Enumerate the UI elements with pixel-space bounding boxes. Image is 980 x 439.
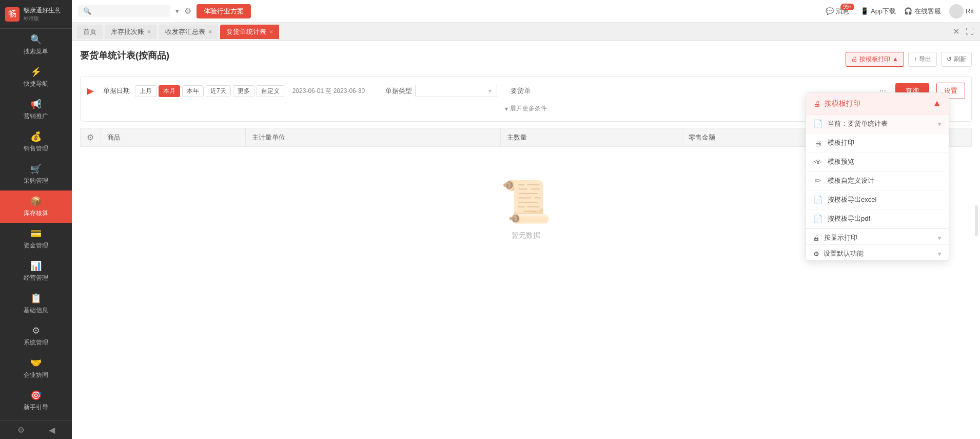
tab-home[interactable]: 首页: [77, 25, 103, 39]
refresh-icon: ↺: [947, 55, 952, 63]
template-custom-label: 模板自定义设计: [828, 176, 942, 185]
sidebar-item-enterprise[interactable]: 🤝 企业协同: [0, 352, 72, 385]
date-btn-more[interactable]: 更多: [233, 85, 254, 97]
user-name: Rit: [966, 7, 974, 15]
sidebar-item-operations[interactable]: 📊 经营管理: [0, 255, 72, 288]
scrollbar-thumb: [975, 205, 978, 236]
current-template-label: 当前：要货单统计表: [828, 119, 933, 128]
sidebar-item-guide[interactable]: 🎯 新手引导: [0, 385, 72, 417]
trial-btn[interactable]: 体验行业方案: [197, 4, 251, 18]
sidebar-nav: 🔍 搜索菜单 ⚡ 快捷导航 📢 营销推广 💰 销售管理 🛒 采购管理 📦 库存核…: [0, 29, 72, 421]
tabbar-controls: ✕ ⛶: [952, 26, 975, 37]
guide-icon: 🎯: [30, 390, 42, 401]
topbar-search-input[interactable]: [94, 8, 161, 15]
tab-inventory-batch-close[interactable]: ×: [147, 28, 151, 35]
user-avatar-btn[interactable]: Rit: [949, 4, 974, 18]
sidebar-item-finance[interactable]: 💳 资金管理: [0, 223, 72, 255]
current-template-icon: 📄: [813, 119, 822, 128]
export-btn[interactable]: ↑ 导出: [908, 52, 937, 67]
tab-order-stats[interactable]: 要货单统计表 ×: [220, 25, 279, 39]
sidebar-item-marketing[interactable]: 📢 营销推广: [0, 93, 72, 126]
print-dropdown-template-print[interactable]: 🖨 模板打印: [806, 133, 949, 152]
sidebar-bottom: ⚙ ◀: [0, 421, 72, 439]
type-filter-dropdown[interactable]: ▾: [415, 85, 497, 97]
table-col-settings: ⚙: [81, 128, 101, 147]
sidebar-item-quick-nav[interactable]: ⚡ 快捷导航: [0, 61, 72, 93]
tab-close-all-btn[interactable]: ✕: [952, 26, 961, 37]
print-dropdown-template-custom[interactable]: ✏ 模板自定义设计: [806, 171, 949, 190]
sidebar-item-search[interactable]: 🔍 搜索菜单: [0, 29, 72, 61]
online-service-btn[interactable]: 🎧 在线客服: [904, 7, 941, 16]
print-dropdown-header: 🖨 按模板打印 ▲: [806, 93, 949, 114]
sidebar-item-marketing-label: 营销推广: [24, 112, 48, 121]
topbar-gear-icon[interactable]: ⚙: [184, 6, 191, 16]
search-nav-icon: 🔍: [30, 34, 42, 45]
display-print-icon: 🖨: [813, 234, 820, 242]
messages-badge: 99+: [840, 4, 854, 10]
date-btn-current-month[interactable]: 本月: [159, 85, 180, 97]
topbar-dropdown-arrow[interactable]: ▾: [175, 7, 179, 15]
filter-collapse-icon[interactable]: ▶: [87, 85, 94, 97]
tab-collection-summary-close[interactable]: ×: [208, 28, 212, 35]
type-filter-container: 单据类型 ▾: [385, 85, 497, 97]
tab-inventory-batch[interactable]: 库存批次账 ×: [105, 25, 157, 39]
date-btn-current-year[interactable]: 本年: [182, 85, 204, 97]
print-dropdown-template-preview[interactable]: 👁 模板预览: [806, 152, 949, 171]
expand-conditions-btn[interactable]: ▾ 展开更多条件: [499, 102, 553, 115]
sidebar-item-basic-info[interactable]: 📋 基础信息: [0, 288, 72, 320]
headset-icon: 🎧: [904, 7, 912, 15]
empty-text: 暂无数据: [512, 231, 540, 240]
main-area: 🔍 ▾ ⚙ 体验行业方案 💬 消息 99+ 📱 App下载 🎧 在线客服 Rit: [72, 0, 980, 439]
settings-bottom-btn[interactable]: ⚙: [17, 425, 25, 435]
tab-collection-summary-label: 收发存汇总表: [165, 27, 205, 36]
default-function-section[interactable]: ⚙ 设置默认功能 ▾: [806, 244, 949, 260]
template-preview-icon: 👁: [813, 158, 822, 166]
refresh-label: 刷新: [954, 55, 966, 64]
messages-btn[interactable]: 💬 消息 99+: [826, 7, 849, 16]
export-excel-icon: 📄: [813, 195, 822, 204]
default-function-text: 设置默认功能: [824, 249, 864, 258]
print-dropdown-export-excel[interactable]: 📄 按模板导出excel: [806, 190, 949, 209]
tab-inventory-batch-label: 库存批次账: [111, 27, 144, 36]
print-dropdown-export-pdf[interactable]: 📄 按模板导出pdf: [806, 209, 949, 229]
tab-order-stats-label: 要货单统计表: [226, 27, 266, 36]
type-filter-arrow: ▾: [488, 87, 492, 94]
sidebar: 畅 畅康通好生意 标准版 🔍 搜索菜单 ⚡ 快捷导航 📢 营销推广 💰 销售管理…: [0, 0, 72, 439]
tab-expand-btn[interactable]: ⛶: [965, 26, 975, 37]
tab-home-label: 首页: [83, 27, 96, 36]
tab-collection-summary[interactable]: 收发存汇总表 ×: [159, 25, 218, 39]
tab-order-stats-close[interactable]: ×: [269, 28, 273, 35]
sidebar-item-sales[interactable]: 💰 销售管理: [0, 126, 72, 158]
sales-icon: 💰: [30, 131, 42, 142]
print-dropdown-close-btn[interactable]: ▲: [932, 98, 942, 109]
sidebar-item-enterprise-label: 企业协同: [24, 371, 48, 379]
display-print-section[interactable]: 🖨 按显示打印 ▾: [806, 229, 949, 244]
volume-bottom-btn[interactable]: ◀: [49, 425, 55, 435]
export-pdf-icon: 📄: [813, 214, 822, 223]
logo-icon: 畅: [5, 7, 19, 22]
sidebar-item-purchase[interactable]: 🛒 采购管理: [0, 158, 72, 190]
marketing-icon: 📢: [30, 99, 42, 110]
date-btn-prev-month[interactable]: 上月: [135, 85, 156, 97]
sidebar-item-inventory[interactable]: 📦 库存核算: [0, 190, 72, 223]
topbar-search-icon: 🔍: [83, 7, 91, 15]
inventory-icon: 📦: [30, 196, 42, 207]
default-function-label: ⚙ 设置默认功能: [813, 249, 864, 258]
current-template-arrow: ▾: [938, 120, 942, 128]
message-icon: 💬: [826, 7, 834, 15]
print-dropdown-current[interactable]: 📄 当前：要货单统计表 ▾: [806, 114, 949, 133]
date-btn-7days[interactable]: 近7天: [206, 85, 231, 97]
date-btn-custom[interactable]: 自定义: [257, 85, 284, 97]
sidebar-item-app-center[interactable]: 🔲 应用中心: [0, 417, 72, 421]
print-template-btn[interactable]: 🖨 按模板打印 ▲: [846, 52, 904, 67]
display-print-arrow: ▾: [938, 234, 942, 242]
enterprise-icon: 🤝: [30, 357, 42, 369]
table-col-unit: 主计量单位: [245, 128, 500, 147]
table-col-quantity: 主数量: [501, 128, 682, 147]
table-settings-btn[interactable]: ⚙: [87, 132, 94, 142]
app-download-btn[interactable]: 📱 App下载: [860, 7, 896, 16]
sidebar-item-quick-nav-label: 快捷导航: [24, 80, 48, 88]
sidebar-item-system[interactable]: ⚙ 系统管理: [0, 320, 72, 352]
logo-text: 畅康通好生意 标准版: [24, 6, 61, 22]
refresh-btn[interactable]: ↺ 刷新: [941, 52, 972, 67]
